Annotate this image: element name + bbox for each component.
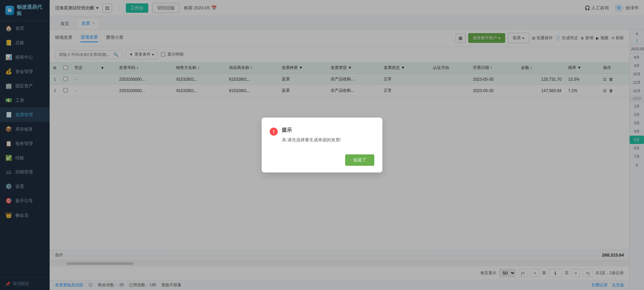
confirm-btn[interactable]: 知道了 bbox=[345, 154, 374, 166]
modal-overlay: ! 提示 亲,请先选择要生成单据的发票! 知道了 bbox=[0, 0, 644, 290]
modal-body: ! 提示 亲,请先选择要生成单据的发票! bbox=[262, 118, 382, 150]
exclamation-icon: ! bbox=[273, 129, 275, 134]
alert-modal: ! 提示 亲,请先选择要生成单据的发票! 知道了 bbox=[262, 118, 382, 172]
modal-title: 提示 bbox=[282, 127, 374, 133]
warning-icon: ! bbox=[270, 128, 278, 136]
modal-content: 提示 亲,请先选择要生成单据的发票! bbox=[282, 127, 374, 144]
modal-footer: 知道了 bbox=[262, 150, 382, 172]
modal-message: 亲,请先选择要生成单据的发票! bbox=[282, 137, 374, 144]
